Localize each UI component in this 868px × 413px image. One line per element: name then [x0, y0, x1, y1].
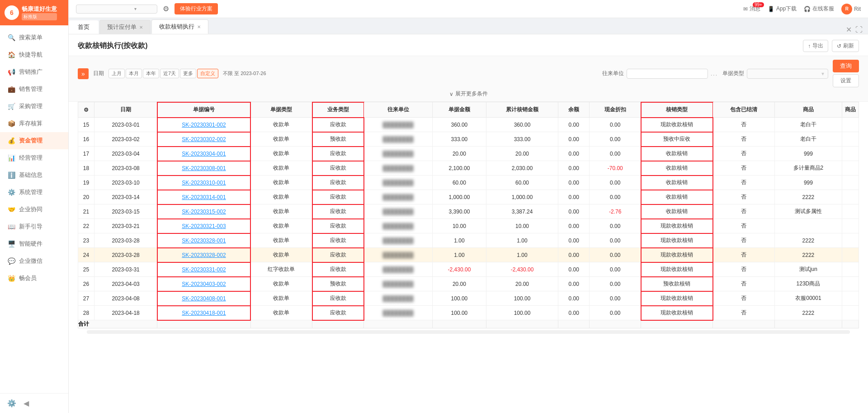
tab-close-prepayment[interactable]: ✕: [139, 25, 143, 30]
sidebar-item-hardware[interactable]: 🖥️智能硬件: [0, 235, 68, 252]
doc-no-link[interactable]: SK-20230328-002: [182, 252, 226, 258]
cell-doc-no[interactable]: SK-20230304-001: [157, 147, 251, 161]
sidebar-item-search[interactable]: 🔍搜索菜单: [0, 29, 68, 46]
col-date[interactable]: 日期: [94, 102, 157, 118]
tab-prepayment[interactable]: 预计应付单 ✕: [99, 20, 151, 34]
cell-amount: 333.00: [432, 132, 486, 147]
cell-date: 2023-03-02: [94, 132, 157, 147]
btn-last-7-days[interactable]: 近7天: [160, 69, 179, 78]
col-goods2[interactable]: 商品: [842, 102, 859, 118]
doc-no-link[interactable]: SK-20230304-001: [182, 151, 226, 157]
btn-last-month[interactable]: 上月: [108, 69, 125, 78]
doc-no-link[interactable]: SK-20230403-002: [182, 281, 226, 287]
cell-doc-no[interactable]: SK-20230418-001: [157, 306, 251, 320]
search-wrap[interactable]: ▾: [76, 5, 157, 14]
doc-no-link[interactable]: SK-20230308-001: [182, 165, 226, 171]
col-unit[interactable]: 往来单位: [364, 102, 433, 118]
doc-no-link[interactable]: SK-20230310-001: [182, 180, 226, 186]
sidebar-item-enterprise[interactable]: 🤝企业协同: [0, 201, 68, 218]
sidebar-item-inventory[interactable]: 📦库存核算: [0, 115, 68, 132]
col-include-settled[interactable]: 包含已结清: [713, 102, 775, 118]
export-icon: ↑: [808, 43, 811, 49]
type-select[interactable]: ▾: [747, 69, 828, 79]
collapse-icon[interactable]: ◀: [24, 399, 29, 408]
doc-no-link[interactable]: SK-20230321-003: [182, 223, 226, 229]
col-amount[interactable]: 单据金额: [432, 102, 486, 118]
sidebar-item-guide[interactable]: 📖新手引导: [0, 218, 68, 235]
cell-doc-no[interactable]: SK-20230403-002: [157, 277, 251, 291]
icon-purchase: 🛒: [7, 102, 15, 110]
table-scrollbar[interactable]: [87, 330, 850, 334]
tab-expand-icon[interactable]: ⛶: [855, 26, 863, 34]
unit-input[interactable]: [627, 69, 708, 79]
tab-receipt-write-off[interactable]: 收款核销执行 ✕: [151, 19, 208, 34]
sidebar-item-member[interactable]: 👑畅会员: [0, 270, 68, 287]
col-biz-type[interactable]: 业务类型: [312, 102, 364, 118]
sidebar-item-sales[interactable]: 💼销售管理: [0, 81, 68, 98]
cell-include-settled: 否: [713, 161, 775, 176]
col-doc-type[interactable]: 单据类型: [250, 102, 312, 118]
doc-no-link[interactable]: SK-20230418-001: [182, 310, 226, 316]
cell-doc-no[interactable]: SK-20230310-001: [157, 176, 251, 190]
solution-button[interactable]: 体验行业方案: [175, 3, 218, 14]
btn-this-year[interactable]: 本年: [143, 69, 159, 78]
col-goods[interactable]: 商品: [774, 102, 842, 118]
tab-close-receipt[interactable]: ✕: [197, 24, 201, 29]
doc-no-link[interactable]: SK-20230331-002: [182, 266, 226, 273]
filter-settings-button[interactable]: 设置: [833, 74, 859, 87]
cell-doc-no[interactable]: SK-20230408-001: [157, 291, 251, 306]
export-button[interactable]: ↑ 导出: [803, 40, 828, 52]
sidebar-item-marketing[interactable]: 📢营销推广: [0, 63, 68, 81]
cell-doc-no[interactable]: SK-20230321-003: [157, 219, 251, 233]
cell-idx: 16: [78, 132, 94, 147]
col-doc-no[interactable]: 单据编号: [157, 102, 251, 118]
btn-this-month[interactable]: 本月: [126, 69, 142, 78]
cell-doc-no[interactable]: SK-20230328-002: [157, 248, 251, 262]
settings-icon[interactable]: ⚙️: [7, 399, 16, 408]
col-cash-discount[interactable]: 现金折扣: [590, 102, 641, 118]
btn-more-dates[interactable]: 更多: [180, 69, 196, 78]
app-download-button[interactable]: 📱 App下载: [768, 5, 797, 13]
sidebar-item-finance[interactable]: 💰资金管理: [0, 132, 68, 149]
message-button[interactable]: ✉ 消息 99+: [743, 5, 760, 13]
doc-no-link[interactable]: SK-20230301-002: [182, 122, 226, 128]
cell-doc-no[interactable]: SK-20230302-002: [157, 132, 251, 147]
tab-home[interactable]: 首页: [69, 20, 99, 34]
sidebar-footer[interactable]: ⚙️ ◀: [0, 393, 68, 413]
cell-doc-no[interactable]: SK-20230308-001: [157, 161, 251, 176]
gear-icon[interactable]: ⚙: [163, 5, 169, 13]
btn-custom-date[interactable]: 自定义: [197, 69, 218, 78]
sidebar-item-basic-info[interactable]: ℹ️基础信息: [0, 166, 68, 184]
cell-doc-no[interactable]: SK-20230328-001: [157, 233, 251, 248]
col-write-off-amount[interactable]: 累计核销金额: [486, 102, 558, 118]
tab-close-all-icon[interactable]: ✕: [846, 25, 852, 34]
cell-write-off-amount: 10.00: [486, 219, 558, 233]
cell-goods: 2222: [774, 306, 842, 320]
query-button[interactable]: 查询: [833, 60, 859, 72]
search-input[interactable]: [80, 6, 134, 12]
expand-more-button[interactable]: ∨ 展开更多条件: [449, 90, 488, 98]
col-write-off-type[interactable]: 核销类型: [641, 102, 713, 118]
cell-doc-no[interactable]: SK-20230315-002: [157, 204, 251, 219]
search-dropdown-arrow[interactable]: ▾: [134, 6, 137, 11]
sidebar-item-purchase[interactable]: 🛒采购管理: [0, 98, 68, 115]
avatar: R: [841, 4, 852, 14]
sidebar-item-quick-nav[interactable]: 🏠快捷导航: [0, 46, 68, 63]
doc-no-link[interactable]: SK-20230328-001: [182, 237, 226, 244]
refresh-button[interactable]: ↺ 刷新: [832, 40, 859, 52]
filter-toggle-btn[interactable]: »: [78, 68, 89, 79]
cell-doc-no[interactable]: SK-20230314-001: [157, 190, 251, 204]
sidebar-item-system[interactable]: ⚙️系统管理: [0, 184, 68, 201]
doc-no-link[interactable]: SK-20230408-001: [182, 295, 226, 302]
sidebar-item-wechat[interactable]: 💬企业微信: [0, 252, 68, 270]
cell-goods2: [842, 176, 859, 190]
cell-doc-no[interactable]: SK-20230331-002: [157, 262, 251, 277]
col-balance[interactable]: 余额: [558, 102, 590, 118]
online-service-button[interactable]: 🎧 在线客服: [804, 5, 834, 13]
headset-icon: 🎧: [804, 6, 811, 12]
cell-doc-no[interactable]: SK-20230301-002: [157, 118, 251, 132]
doc-no-link[interactable]: SK-20230314-001: [182, 194, 226, 200]
doc-no-link[interactable]: SK-20230315-002: [182, 209, 226, 215]
sidebar-item-operations[interactable]: 📊经营管理: [0, 149, 68, 166]
doc-no-link[interactable]: SK-20230302-002: [182, 136, 226, 142]
